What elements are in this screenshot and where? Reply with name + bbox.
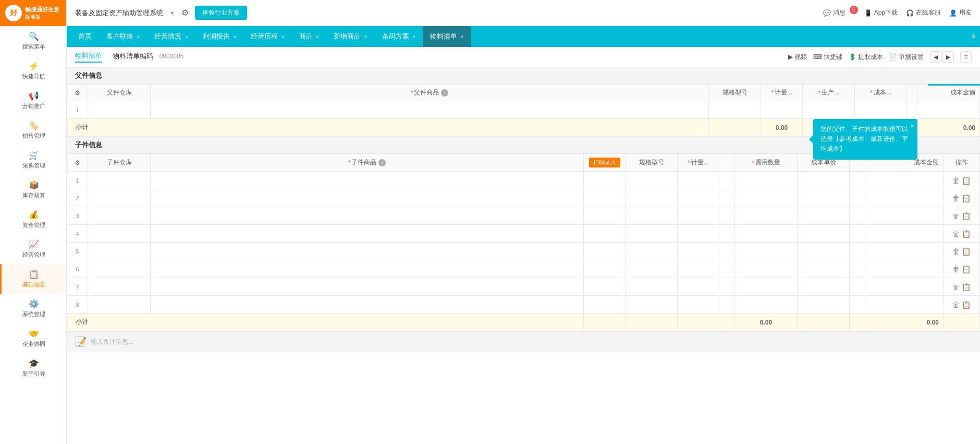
child-warehouse-cell-5[interactable] [88,243,151,260]
nav-tab-new-product[interactable]: 新增商品 × [326,26,374,47]
child-spec-cell-3[interactable] [626,207,678,225]
nav-tab-barcode[interactable]: 条码方案 × [375,26,423,47]
nav-tab-home[interactable]: 首页 [71,26,99,47]
close-profit-tab[interactable]: × [233,33,236,40]
child-spec-cell-5[interactable] [626,243,678,260]
sidebar-item-marketing[interactable]: 📢 营销推广 [0,86,66,115]
child-unit-cost-cell-2[interactable] [798,189,850,207]
note-placeholder[interactable]: 输入备注信息... [91,338,133,346]
close-history-tab[interactable]: × [281,33,284,40]
online-service-item[interactable]: 🎧 在线客服 [906,8,941,17]
child-cost-amount-cell-1[interactable] [865,172,944,189]
sidebar-item-basic-info[interactable]: 📋 基础信息 [0,264,66,294]
copy-icon-3[interactable]: 📋 [962,212,971,220]
sidebar-item-finance[interactable]: 💰 资金管理 [0,205,66,234]
nav-tab-customer[interactable]: 客户联络 × [99,26,147,47]
child-warehouse-cell-1[interactable] [88,172,151,189]
prev-record-btn[interactable]: ◀ [930,51,941,63]
delete-icon-4[interactable]: 🗑 [952,230,960,238]
sub-tab-bom[interactable]: 物料清单 [75,51,102,63]
parent-product-cell[interactable] [151,101,709,119]
child-qty-cell-2[interactable] [735,189,798,207]
child-unit-cell-2[interactable] [678,189,719,207]
messages-item[interactable]: 💬 消息 6 [823,8,856,17]
child-qty-cell-6[interactable] [735,260,798,278]
child-product-cell-4[interactable] [151,225,584,243]
close-tooltip-btn[interactable]: × [910,121,914,132]
sidebar-item-guide[interactable]: 🎓 新手引导 [0,353,66,383]
child-spec-cell-6[interactable] [626,260,678,278]
view-video-btn[interactable]: ▶ 视频 [788,53,807,62]
system-dropdown-arrow[interactable]: ▼ [169,10,175,16]
sidebar-item-enterprise[interactable]: 🤝 企业协同 [0,323,66,353]
child-unit-cell-3[interactable] [678,207,719,225]
child-spec-cell-1[interactable] [626,172,678,189]
child-warehouse-cell-8[interactable] [88,296,151,314]
next-record-btn[interactable]: ▶ [942,51,954,63]
delete-icon-7[interactable]: 🗑 [952,283,960,291]
user-avatar[interactable]: 👤 用友 [949,8,972,17]
scan-input-btn[interactable]: 扫码录入 [589,158,620,167]
sidebar-item-sales[interactable]: 🏷️ 销售管理 [0,115,66,145]
child-product-cell-7[interactable] [151,278,584,296]
close-all-tabs[interactable]: × [971,32,976,41]
sidebar-item-quick-nav[interactable]: ⚡ 快捷导航 [0,56,66,86]
sidebar-item-operations[interactable]: 📈 经营管理 [0,234,66,264]
close-operations-tab[interactable]: × [185,33,188,40]
child-warehouse-cell-3[interactable] [88,207,151,225]
child-cost-amount-cell-3[interactable] [865,207,944,225]
child-spec-cell-2[interactable] [626,189,678,207]
copy-icon-4[interactable]: 📋 [962,230,971,238]
child-product-cell-5[interactable] [151,243,584,260]
child-qty-cell-1[interactable] [735,172,798,189]
grid-view-btn[interactable]: ≡ [960,51,972,63]
nav-tab-bom[interactable]: 物料清单 × [423,26,471,47]
child-qty-cell-3[interactable] [735,207,798,225]
delete-icon-5[interactable]: 🗑 [952,247,960,256]
child-warehouse-cell-2[interactable] [88,189,151,207]
child-unit-cell-8[interactable] [678,296,719,314]
child-warehouse-cell-4[interactable] [88,225,151,243]
child-cost-amount-cell-8[interactable] [865,296,944,314]
child-unit-cell-6[interactable] [678,260,719,278]
parent-unit-cell[interactable] [761,101,803,119]
child-unit-cell-1[interactable] [678,172,719,189]
child-warehouse-cell-6[interactable] [88,260,151,278]
child-unit-cost-cell-5[interactable] [798,243,850,260]
child-unit-cost-cell-8[interactable] [798,296,850,314]
experience-button[interactable]: 体验行业方案 [195,6,247,20]
child-qty-cell-5[interactable] [735,243,798,260]
sub-tab-bom-code[interactable]: 物料清单编码 0000005 [113,52,183,62]
copy-icon-5[interactable]: 📋 [962,247,971,256]
copy-icon-7[interactable]: 📋 [962,283,971,291]
sidebar-item-search[interactable]: 🔍 搜索菜单 [0,26,66,56]
parent-production-cell[interactable] [803,101,855,119]
parent-spec-cell[interactable] [709,101,761,119]
nav-tab-profit[interactable]: 利润报告 × [195,26,243,47]
close-customer-tab[interactable]: × [137,33,140,40]
copy-icon-2[interactable]: 📋 [962,194,971,202]
child-spec-cell-4[interactable] [626,225,678,243]
child-qty-cell-4[interactable] [735,225,798,243]
child-unit-cost-cell-3[interactable] [798,207,850,225]
nav-tab-operations[interactable]: 经营情况 × [147,26,195,47]
child-cost-amount-cell-7[interactable] [865,278,944,296]
delete-icon-2[interactable]: 🗑 [952,194,960,202]
app-download-item[interactable]: 📱 App下载 [864,8,898,17]
child-cost-amount-cell-5[interactable] [865,243,944,260]
nav-tab-history[interactable]: 经营历程 × [243,26,291,47]
single-settings-btn[interactable]: 📄 单据设置 [889,53,924,62]
child-unit-cell-4[interactable] [678,225,719,243]
settings-icon[interactable]: ⚙ [181,8,189,18]
close-bom-tab[interactable]: × [460,33,463,40]
child-qty-cell-7[interactable] [735,278,798,296]
child-unit-cost-cell-6[interactable] [798,260,850,278]
child-product-cell-1[interactable] [151,172,584,189]
copy-icon-8[interactable]: 📋 [962,301,971,309]
child-unit-cost-cell-1[interactable] [798,172,850,189]
child-product-cell-2[interactable] [151,189,584,207]
close-product-tab[interactable]: × [316,33,319,40]
shortcut-btn[interactable]: ⌨ 快捷键 [813,53,842,62]
child-unit-cell-5[interactable] [678,243,719,260]
child-cost-amount-cell-2[interactable] [865,189,944,207]
